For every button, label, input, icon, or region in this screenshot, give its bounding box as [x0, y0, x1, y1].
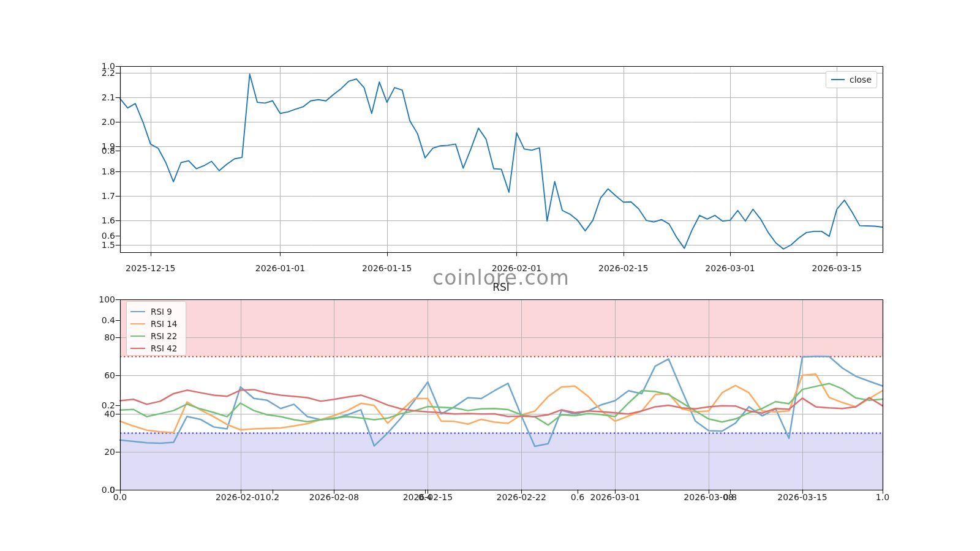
price-date-tick-label: 2026-03-15: [812, 264, 862, 272]
price-y-tick-label: 1.8: [102, 167, 115, 176]
rsi-legend-item: RSI 22: [130, 330, 186, 342]
rsi-y-tick-label: 20: [104, 448, 115, 456]
rsi-legend-line-icon: [130, 323, 145, 324]
close-legend-label: close: [850, 75, 872, 84]
rsi-y-tick-label: 100: [99, 295, 115, 304]
overlay-y-tick-label: 0.6: [102, 231, 115, 240]
rsi-date-tick-label: 2026-02-22: [497, 493, 546, 501]
rsi-date-tick-label: 2026-02-08: [309, 493, 359, 501]
overlay-x-tick-label: 0.8: [723, 493, 737, 501]
overlay-x-tick-label: 0.0: [113, 493, 127, 501]
rsi-y-tick-label: 60: [104, 371, 115, 380]
rsi-legend-line-icon: [130, 335, 145, 337]
rsi-legend-label: RSI 22: [151, 331, 177, 341]
rsi-date-tick-label: 2026-02-01: [216, 493, 265, 501]
rsi-legend-line-icon: [130, 311, 145, 312]
rsi-legend-item: RSI 14: [130, 318, 186, 330]
overlay-y-tick-label: 0.4: [102, 316, 115, 324]
close-legend: close: [826, 71, 877, 88]
rsi-y-tick-label: 80: [104, 333, 115, 342]
price-y-tick-label: 2.0: [102, 118, 115, 126]
price-y-tick-label: 1.7: [102, 192, 115, 200]
rsi-legend-line-icon: [130, 348, 145, 349]
overlay-x-tick-label: 1.0: [876, 493, 889, 501]
price-y-tick-label: 1.5: [102, 241, 115, 249]
rsi-legend-label: RSI 42: [151, 343, 177, 353]
price-date-tick-label: 2026-01-01: [255, 264, 305, 272]
price-date-tick-label: 2026-03-01: [705, 264, 755, 272]
rsi-legend: RSI 9RSI 14RSI 22RSI 42: [126, 301, 186, 356]
price-y-tick-label: 1.6: [102, 216, 115, 225]
close-legend-line-icon: [831, 79, 845, 80]
price-date-tick-label: 2026-02-15: [598, 264, 648, 272]
rsi-legend-item: RSI 9: [130, 305, 186, 318]
price-date-tick-label: 2026-02-01: [492, 264, 541, 272]
price-y-tick-label: 2.1: [102, 93, 115, 102]
rsi-date-tick-label: 2026-03-01: [590, 493, 639, 501]
overlay-y-tick-label: 0.8: [102, 146, 115, 155]
rsi-legend-item: RSI 42: [130, 342, 186, 354]
rsi-chart-title: RSI: [492, 282, 510, 293]
overlay-x-tick-label: 0.4: [418, 493, 432, 501]
overlay-y-tick-label: 0.2: [102, 401, 115, 410]
figure: coinlore.com RSI close RSI 9RSI 14RSI 22…: [0, 0, 980, 551]
overlay-y-tick-label: 1.0: [102, 62, 115, 70]
rsi-legend-label: RSI 9: [151, 307, 172, 317]
overlay-x-tick-label: 0.2: [266, 493, 279, 501]
rsi-legend-label: RSI 14: [151, 319, 177, 329]
rsi-y-tick-label: 40: [104, 410, 115, 418]
price-date-tick-label: 2026-01-15: [362, 264, 412, 272]
price-date-tick-label: 2025-12-15: [126, 264, 175, 272]
overlay-x-tick-label: 0.6: [571, 493, 584, 501]
rsi-date-tick-label: 2026-03-15: [777, 493, 827, 501]
